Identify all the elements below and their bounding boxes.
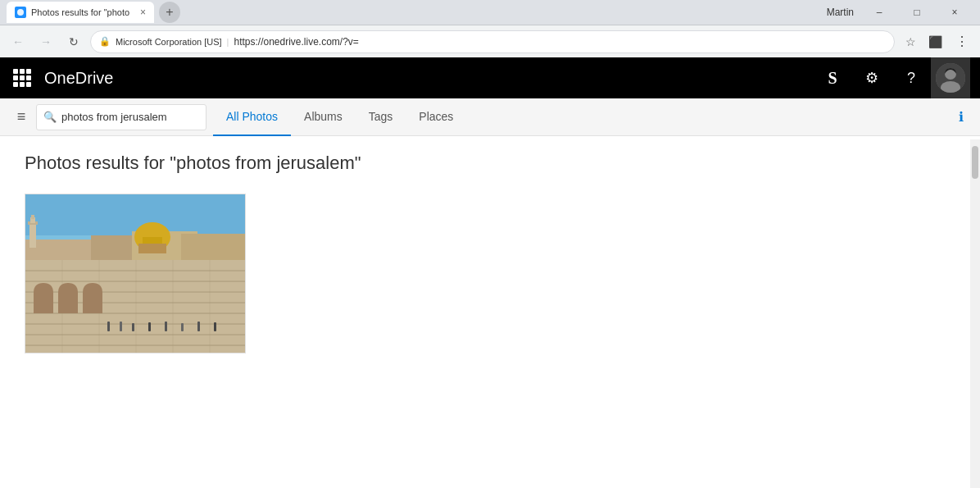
results-title: Photos results for "photos from jerusale… [25,153,955,174]
skype-button[interactable]: S [813,57,852,98]
search-input[interactable] [61,111,199,123]
search-icon: 🔍 [43,111,57,123]
site-info: Microsoft Corporation [US] [116,37,222,47]
maximize-button[interactable]: □ [898,0,936,25]
scroll-thumb[interactable] [972,146,978,179]
photos-grid [25,194,955,353]
minimize-button[interactable]: – [860,0,898,25]
jerusalem-photo-svg [25,194,246,353]
title-bar-right: Martin – □ × [827,0,973,25]
tab-all-photos[interactable]: All Photos [213,98,291,136]
gear-icon: ⚙ [865,69,878,87]
app-bar: OneDrive S ⚙ ? [0,57,980,98]
url-text: https://onedrive.live.com/?v= [234,36,886,48]
svg-rect-32 [165,322,167,331]
back-button[interactable]: ← [7,30,29,53]
settings-button[interactable]: ⚙ [852,57,892,98]
tab-albums[interactable]: Albums [291,98,356,136]
help-icon: ? [907,70,915,87]
grid-icon [13,69,31,87]
lock-icon: 🔒 [99,36,111,47]
skype-icon: S [828,69,837,88]
svg-rect-13 [138,244,166,253]
tab-favicon [15,7,26,18]
title-bar-left: Photos results for "photo × + [7,2,180,23]
nav-bar: ≡ 🔍 All Photos Albums Tags Places ℹ [0,98,980,136]
svg-rect-31 [148,322,151,331]
avatar [936,63,965,93]
svg-point-0 [17,9,24,16]
new-tab-button[interactable]: + [159,2,180,23]
close-button[interactable]: × [936,0,973,25]
svg-rect-33 [181,323,184,331]
svg-rect-29 [120,322,122,331]
browser-tab[interactable]: Photos results for "photo × [7,2,154,23]
user-avatar-button[interactable] [931,57,970,98]
photo-item-jerusalem[interactable] [25,194,246,353]
extensions-button[interactable]: ⬛ [924,31,946,52]
app-grid-button[interactable] [10,66,34,90]
address-input[interactable]: 🔒 Microsoft Corporation [US] | https://o… [90,30,895,53]
app-bar-icons: S ⚙ ? [813,57,970,98]
address-bar: ← → ↻ 🔒 Microsoft Corporation [US] | htt… [0,25,980,57]
info-button[interactable]: ℹ [949,105,973,130]
page-wrapper: Photos results for "photo × + Martin – □… [0,0,980,488]
svg-rect-34 [197,322,200,331]
browser-menu-button[interactable]: ⋮ [951,30,973,53]
svg-rect-35 [214,322,216,331]
svg-rect-39 [31,215,34,219]
search-box[interactable]: 🔍 [36,104,206,130]
title-bar: Photos results for "photo × + Martin – □… [0,0,980,25]
refresh-button[interactable]: ↻ [62,30,85,53]
address-actions: ☆ ⬛ [900,31,946,52]
svg-rect-36 [29,223,36,248]
tab-tags[interactable]: Tags [356,98,406,136]
help-button[interactable]: ? [892,57,931,98]
tab-close-button[interactable]: × [140,7,146,18]
nav-tabs: All Photos Albums Tags Places [213,98,466,136]
nav-right: ℹ [949,105,973,130]
url-divider: | [227,37,229,47]
hamburger-button[interactable]: ≡ [7,103,36,132]
svg-rect-28 [107,322,110,331]
app-title: OneDrive [44,69,803,88]
svg-rect-30 [132,323,134,331]
main-content: Photos results for "photos from jerusale… [0,136,980,488]
bookmark-button[interactable]: ☆ [900,31,921,52]
forward-button[interactable]: → [34,30,57,53]
scrollbar[interactable] [970,139,980,488]
tab-places[interactable]: Places [406,98,466,136]
tab-title: Photos results for "photo [31,7,135,17]
user-label: Martin [827,7,854,18]
